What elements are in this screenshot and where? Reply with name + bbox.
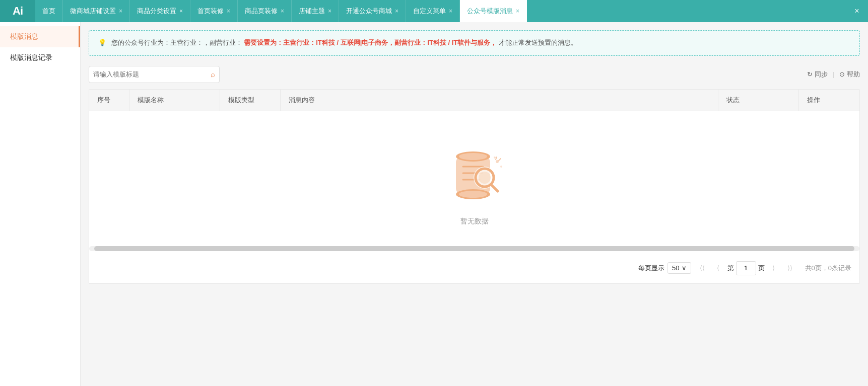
sync-label: 同步 <box>815 70 828 79</box>
help-button[interactable]: ⊙ 帮助 <box>839 70 860 79</box>
table-header-index: 序号 <box>89 90 129 111</box>
nav-tab-close-icon[interactable]: × <box>395 8 398 15</box>
nav-tab-micro-shop[interactable]: 微商城店铺设置× <box>63 0 130 22</box>
prev-page-button[interactable]: ⟨ <box>711 261 725 275</box>
search-box: ⌕ <box>89 66 220 83</box>
scrollbar-thumb <box>94 246 854 251</box>
sync-button[interactable]: ↻ 同步 <box>807 70 828 79</box>
nav-tab-label: 首页 <box>42 7 55 16</box>
nav-tab-label: 店铺主题 <box>299 7 325 16</box>
table-header-template-type: 模版类型 <box>220 90 281 111</box>
toolbar-right: ↻ 同步 | ⊙ 帮助 <box>807 70 860 79</box>
divider: | <box>833 70 834 78</box>
table-header-message-content: 消息内容 <box>281 90 718 111</box>
nav-tab-label: 首页装修 <box>197 7 224 16</box>
empty-state: 暂无数据 <box>89 111 859 246</box>
help-label: 帮助 <box>847 70 860 79</box>
page-di-label: 第 <box>727 264 734 273</box>
per-page-label: 每页显示 <box>638 264 664 273</box>
table-header: 序号模版名称模版类型消息内容状态操作 <box>89 90 859 111</box>
table-wrapper: 序号模版名称模版类型消息内容状态操作 <box>89 89 860 284</box>
notice-text-suffix: 才能正常发送预置的消息。 <box>499 39 577 46</box>
nav-tab-close-icon[interactable]: × <box>179 8 183 15</box>
nav-tab-custom-menu[interactable]: 自定义菜单× <box>406 0 460 22</box>
last-page-button[interactable]: ⟩⟩ <box>783 261 797 275</box>
nav-tab-label: 自定义菜单 <box>413 7 446 16</box>
help-icon: ⊙ <box>839 70 845 78</box>
per-page-value: 50 <box>672 264 679 272</box>
close-all-button[interactable]: × <box>846 0 868 22</box>
nav-tab-label: 商品分类设置 <box>137 7 176 16</box>
nav-tab-shop-theme[interactable]: 店铺主题× <box>292 0 339 22</box>
nav-tab-label: 开通公众号商城 <box>346 7 392 16</box>
nav-tab-label: 商品页装修 <box>245 7 278 16</box>
search-input[interactable] <box>93 70 211 78</box>
nav-tab-close-icon[interactable]: × <box>227 8 230 15</box>
svg-point-14 <box>500 166 502 168</box>
page-nav: ⟨⟨ ⟨ 第 页 ⟩ ⟩⟩ <box>695 261 797 275</box>
page-number-input[interactable] <box>736 261 756 275</box>
pagination: 每页显示 50 ∨ ⟨⟨ ⟨ 第 页 ⟩ ⟩⟩ 共0页，0条记录 <box>89 256 859 283</box>
svg-point-5 <box>459 191 487 198</box>
notice-box: 💡 您的公众号行业为：主营行业：，副营行业： 需要设置为：主营行业：IT科技 /… <box>89 30 860 56</box>
nav-tab-close-icon[interactable]: × <box>119 8 122 15</box>
toolbar: ⌕ ↻ 同步 | ⊙ 帮助 <box>89 66 860 83</box>
nav-tab-home[interactable]: 首页 <box>35 0 63 22</box>
notice-icon: 💡 <box>98 39 106 46</box>
nav-tab-mp-template-msg[interactable]: 公众号模版消息× <box>460 0 527 22</box>
svg-line-12 <box>492 185 498 191</box>
nav-tab-home-decor[interactable]: 首页装修× <box>190 0 238 22</box>
main-layout: 模版消息模版消息记录 💡 您的公众号行业为：主营行业：，副营行业： 需要设置为：… <box>0 22 868 386</box>
nav-tab-close-icon[interactable]: × <box>328 8 331 15</box>
nav-tabs: 首页微商城店铺设置×商品分类设置×首页装修×商品页装修×店铺主题×开通公众号商城… <box>35 0 846 22</box>
page-size-select: 每页显示 50 ∨ <box>638 262 691 274</box>
page-label: 页 <box>758 264 765 273</box>
nav-tab-close-icon[interactable]: × <box>449 8 452 15</box>
nav-tab-product-category[interactable]: 商品分类设置× <box>130 0 190 22</box>
svg-line-17 <box>496 157 497 160</box>
table-header-status: 状态 <box>718 90 799 111</box>
nav-tab-open-mp-mall[interactable]: 开通公众号商城× <box>339 0 406 22</box>
total-info: 共0页，0条记录 <box>805 264 851 273</box>
svg-line-16 <box>499 159 501 161</box>
nav-tab-label: 微商城店铺设置 <box>70 7 116 16</box>
notice-text-prefix: 您的公众号行业为：主营行业：，副营行业： <box>111 39 242 46</box>
sync-icon: ↻ <box>807 70 813 78</box>
svg-point-15 <box>494 157 496 159</box>
empty-icon <box>442 141 507 207</box>
nav-tab-close-icon[interactable]: × <box>281 8 284 15</box>
dropdown-arrow-icon: ∨ <box>682 264 687 272</box>
notice-highlight: 需要设置为：主营行业：IT科技 / 互联网|电子商务，副营行业：IT科技 / I… <box>244 39 497 46</box>
sidebar-item-template-msg-record[interactable]: 模版消息记录 <box>0 47 80 68</box>
nav-tab-close-icon[interactable]: × <box>516 8 519 15</box>
first-page-button[interactable]: ⟨⟨ <box>695 261 709 275</box>
sidebar-item-template-msg[interactable]: 模版消息 <box>0 26 80 47</box>
empty-text: 暂无数据 <box>460 217 489 226</box>
next-page-button[interactable]: ⟩ <box>767 261 781 275</box>
table-header-action: 操作 <box>799 90 859 111</box>
logo: Ai <box>0 0 35 22</box>
table-header-template-name: 模版名称 <box>129 90 220 111</box>
logo-text: Ai <box>13 5 23 18</box>
nav-tab-label: 公众号模版消息 <box>467 7 513 16</box>
top-nav: Ai 首页微商城店铺设置×商品分类设置×首页装修×商品页装修×店铺主题×开通公众… <box>0 0 868 22</box>
search-button[interactable]: ⌕ <box>211 70 215 79</box>
per-page-dropdown[interactable]: 50 ∨ <box>667 262 691 274</box>
horizontal-scrollbar[interactable] <box>89 246 859 251</box>
nav-tab-product-page-decor[interactable]: 商品页装修× <box>238 0 292 22</box>
content-area: 💡 您的公众号行业为：主营行业：，副营行业： 需要设置为：主营行业：IT科技 /… <box>81 22 868 386</box>
sidebar: 模版消息模版消息记录 <box>0 22 81 386</box>
svg-point-11 <box>479 172 491 184</box>
svg-point-3 <box>459 153 487 160</box>
